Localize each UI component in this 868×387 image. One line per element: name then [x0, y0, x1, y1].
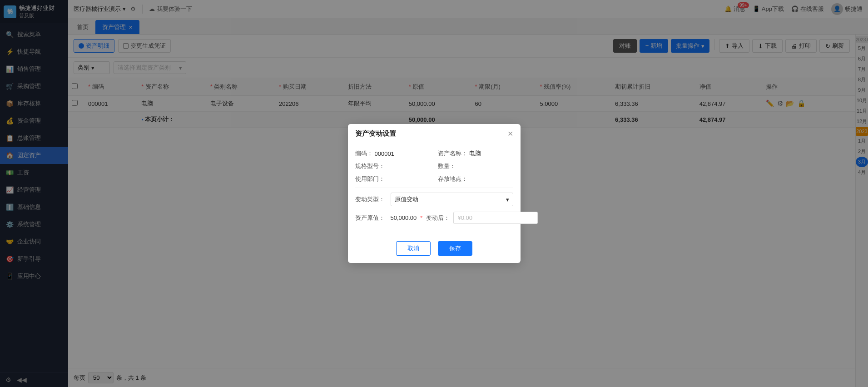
dialog-close-icon[interactable]: ✕ — [507, 129, 513, 138]
dialog-form-row-value: 资产原值： 50,000.00 * 变动后： — [355, 212, 513, 224]
dialog-field-asset-name: 资产名称： 电脑 — [438, 149, 513, 158]
dialog-form-row-type: 变动类型： 原值变动 ▾ — [355, 193, 513, 206]
dialog-field-code: 编码： 000001 — [355, 149, 431, 158]
dialog-row-1: 编码： 000001 资产名称： 电脑 — [355, 149, 513, 158]
select-arrow-icon: ▾ — [506, 196, 509, 203]
dialog-overlay: 资产变动设置 ✕ 编码： 000001 资产名称： 电脑 规格型号： — [0, 0, 868, 387]
after-label: 变动后： — [426, 214, 450, 222]
dialog-footer: 取消 保存 — [348, 237, 521, 263]
required-star: * — [420, 214, 422, 221]
cancel-button[interactable]: 取消 — [396, 241, 431, 256]
dialog-field-department: 使用部门： — [355, 175, 431, 183]
change-type-select[interactable]: 原值变动 ▾ — [391, 193, 513, 206]
dialog-divider — [355, 188, 513, 188]
dialog-body: 编码： 000001 资产名称： 电脑 规格型号： 数量： — [348, 142, 521, 237]
dialog-row-3: 使用部门： 存放地点： — [355, 175, 513, 183]
dialog-field-storage: 存放地点： — [438, 175, 513, 183]
after-value-input[interactable] — [453, 212, 538, 224]
dialog-header: 资产变动设置 ✕ — [348, 124, 521, 142]
dialog-title: 资产变动设置 — [355, 129, 396, 138]
dialog-field-quantity: 数量： — [438, 162, 513, 170]
dialog-row-2: 规格型号： 数量： — [355, 162, 513, 170]
original-value-display: 50,000.00 — [391, 214, 417, 221]
dialog-field-spec: 规格型号： — [355, 162, 431, 170]
asset-change-dialog: 资产变动设置 ✕ 编码： 000001 资产名称： 电脑 规格型号： — [348, 124, 521, 263]
save-button[interactable]: 保存 — [438, 241, 472, 256]
